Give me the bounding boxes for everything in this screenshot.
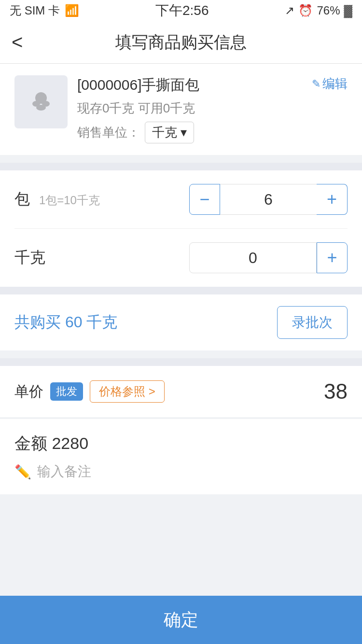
back-button[interactable]: < bbox=[12, 31, 23, 53]
bao-stepper: − + bbox=[189, 184, 348, 215]
bao-input-row: 包 1包=10千克 − + bbox=[14, 170, 348, 229]
price-section: 单价 批发 价格参照 > 38 bbox=[0, 366, 362, 417]
status-bar: 无 SIM 卡 📶 下午2:56 ↗ ⏰ 76% ▓ bbox=[0, 0, 362, 21]
product-thumbnail-icon bbox=[27, 87, 56, 116]
kg-label: 千克 bbox=[14, 247, 45, 268]
battery-label: 76% bbox=[317, 4, 340, 17]
price-value: 38 bbox=[324, 379, 348, 404]
kg-stepper: + bbox=[189, 242, 348, 273]
pencil-icon: ✏️ bbox=[14, 464, 31, 480]
section-divider-2 bbox=[0, 287, 362, 294]
section-divider-1 bbox=[0, 163, 362, 170]
battery-icon: ▓ bbox=[344, 4, 353, 17]
unit-select[interactable]: 千克 ▾ bbox=[145, 122, 194, 143]
status-time: 下午2:56 bbox=[155, 1, 209, 20]
kg-input-row: 千克 + bbox=[14, 229, 348, 287]
price-left: 单价 批发 价格参照 > bbox=[14, 380, 165, 403]
product-image bbox=[14, 75, 68, 128]
bao-plus-button[interactable]: + bbox=[317, 184, 348, 215]
page-title: 填写商品购买信息 bbox=[115, 31, 247, 54]
location-icon: ↗ bbox=[285, 4, 294, 17]
bao-label: 包 1包=10千克 bbox=[14, 189, 100, 210]
confirm-bar[interactable]: 确定 bbox=[0, 596, 362, 644]
product-info: [0000006]手撕面包 ✎ 编辑 现存0千克 可用0千克 销售单位： 千克 … bbox=[77, 75, 348, 143]
input-section: 包 1包=10千克 − + 千克 + bbox=[0, 170, 362, 287]
product-card: [0000006]手撕面包 ✎ 编辑 现存0千克 可用0千克 销售单位： 千克 … bbox=[0, 64, 362, 155]
product-unit: 销售单位： 千克 ▾ bbox=[77, 122, 348, 143]
kg-plus-button[interactable]: + bbox=[317, 242, 348, 273]
wifi-icon: 📶 bbox=[65, 4, 79, 17]
total-section: 共购买 60 千克 录批次 bbox=[0, 294, 362, 350]
svg-point-3 bbox=[36, 105, 46, 111]
note-row[interactable]: ✏️ 输入备注 bbox=[14, 462, 348, 481]
note-placeholder: 输入备注 bbox=[37, 462, 91, 481]
price-label: 单价 bbox=[14, 382, 43, 402]
section-divider-3 bbox=[0, 358, 362, 366]
sim-label: 无 SIM 卡 bbox=[10, 3, 60, 18]
total-text: 共购买 60 千克 bbox=[14, 312, 117, 333]
bao-input[interactable] bbox=[220, 184, 317, 215]
status-right: ↗ ⏰ 76% ▓ bbox=[285, 4, 352, 17]
status-left: 无 SIM 卡 📶 bbox=[10, 3, 79, 18]
confirm-label: 确定 bbox=[164, 608, 198, 632]
batch-button[interactable]: 录批次 bbox=[277, 306, 348, 339]
alarm-icon: ⏰ bbox=[298, 4, 313, 17]
price-ref-button[interactable]: 价格参照 > bbox=[90, 380, 165, 403]
price-tag: 批发 bbox=[50, 382, 83, 401]
product-stock: 现存0千克 可用0千克 bbox=[77, 100, 348, 117]
kg-input[interactable] bbox=[189, 242, 317, 273]
product-name: [0000006]手撕面包 bbox=[77, 75, 199, 95]
amount-row: 金额 2280 bbox=[14, 433, 348, 455]
nav-bar: < 填写商品购买信息 bbox=[0, 21, 362, 64]
amount-section: 金额 2280 ✏️ 输入备注 bbox=[0, 419, 362, 494]
edit-button[interactable]: ✎ 编辑 bbox=[312, 75, 348, 92]
bao-minus-button[interactable]: − bbox=[189, 184, 220, 215]
